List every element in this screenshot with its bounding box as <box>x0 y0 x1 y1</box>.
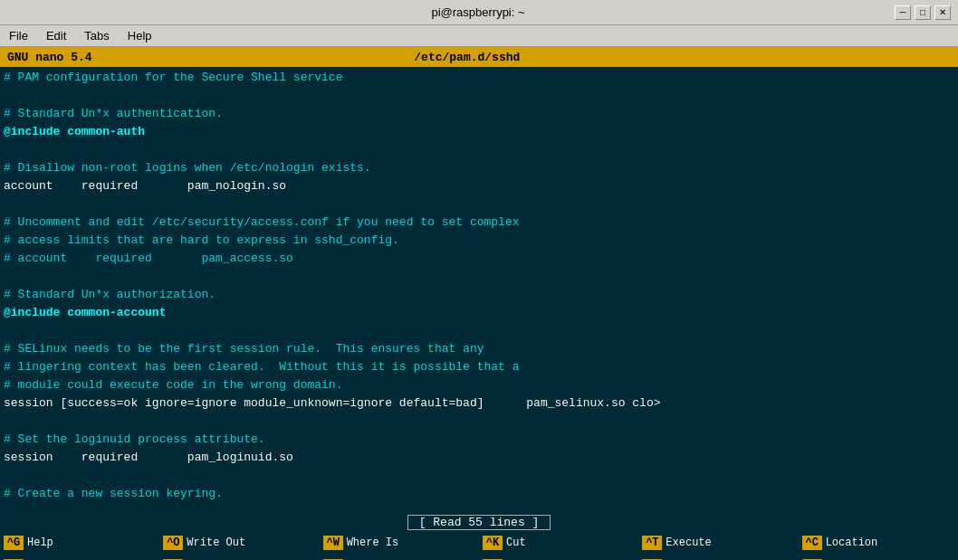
close-button[interactable]: ✕ <box>934 5 951 20</box>
line-2 <box>4 87 954 105</box>
line-10: # access limits that are hard to express… <box>4 232 954 250</box>
line-22: session required pam_loginuid.so <box>4 449 954 467</box>
menu-bar: File Edit Tabs Help <box>0 25 958 47</box>
menu-help[interactable]: Help <box>122 27 158 44</box>
line-7: account required pam_nologin.so <box>4 177 954 195</box>
shortcut-replace[interactable]: ^\ Replace <box>320 555 479 560</box>
line-20 <box>4 413 954 431</box>
shortcut-key-k: ^K <box>483 536 503 550</box>
line-15 <box>4 322 954 340</box>
line-11: # account required pam_access.so <box>4 250 954 268</box>
shortcut-label-cut: Cut <box>506 536 526 549</box>
line-16: # SELinux needs to be the first session … <box>4 340 954 358</box>
window-controls[interactable]: ─ □ ✕ <box>895 5 951 20</box>
shortcut-execute[interactable]: ^T Execute <box>638 531 798 555</box>
line-19: session [success=ok ignore=ignore module… <box>4 394 954 413</box>
window-title: pi@raspberrypi: ~ <box>62 5 895 19</box>
line-17: # lingering context has been cleared. Wi… <box>4 358 954 376</box>
line-8 <box>4 195 954 214</box>
shortcut-key-c: ^C <box>802 536 822 550</box>
shortcut-paste[interactable]: ^U Paste <box>479 555 638 560</box>
line-12 <box>4 268 954 286</box>
line-1: # PAM configuration for the Secure Shell… <box>4 69 954 87</box>
shortcut-key-o: ^O <box>163 536 183 550</box>
shortcut-location[interactable]: ^C Location <box>799 531 958 555</box>
shortcut-help[interactable]: ^G Help <box>0 531 159 555</box>
line-13: # Standard Un*x authorization. <box>4 286 954 304</box>
line-14: @include common-account <box>4 304 954 322</box>
shortcut-gotoline[interactable]: ^_ Go To Line <box>799 555 958 560</box>
nano-filename: /etc/pam.d/sshd <box>414 51 520 64</box>
shortcut-key-t: ^T <box>642 536 662 550</box>
line-3: # Standard Un*x authentication. <box>4 105 954 123</box>
nano-header: GNU nano 5.4 /etc/pam.d/sshd <box>0 47 958 67</box>
shortcut-bar: ^G Help ^O Write Out ^W Where Is ^K Cut … <box>0 531 958 560</box>
shortcut-key-g: ^G <box>4 536 24 550</box>
maximize-button[interactable]: □ <box>915 5 931 20</box>
shortcut-label-execute: Execute <box>666 536 711 549</box>
shortcut-writeout[interactable]: ^O Write Out <box>159 531 319 555</box>
line-9: # Uncomment and edit /etc/security/acces… <box>4 214 954 232</box>
shortcut-whereis[interactable]: ^W Where Is <box>320 531 479 555</box>
title-bar: pi@raspberrypi: ~ ─ □ ✕ <box>0 0 958 25</box>
minimize-button[interactable]: ─ <box>895 5 911 20</box>
menu-tabs[interactable]: Tabs <box>79 27 114 44</box>
line-23 <box>4 467 954 485</box>
line-24: # Create a new session keyring. <box>4 485 954 503</box>
line-4: @include common-auth <box>4 123 954 141</box>
shortcut-label-location: Location <box>826 536 878 549</box>
shortcut-cut[interactable]: ^K Cut <box>479 531 638 555</box>
line-5 <box>4 141 954 159</box>
menu-edit[interactable]: Edit <box>41 27 72 44</box>
shortcut-label-help: Help <box>27 536 53 549</box>
menu-file[interactable]: File <box>4 27 34 44</box>
shortcut-label-whereis: Where Is <box>347 536 399 549</box>
line-18: # module could execute code in the wrong… <box>4 376 954 394</box>
shortcut-key-w: ^W <box>323 536 343 550</box>
shortcut-label-writeout: Write Out <box>187 536 245 549</box>
status-bar: [ Read 55 lines ] <box>0 513 958 531</box>
nano-version: GNU nano 5.4 <box>7 51 92 64</box>
line-6: # Disallow non-root logins when /etc/nol… <box>4 159 954 177</box>
shortcut-justify[interactable]: ^J Justify <box>638 555 798 560</box>
shortcut-exit[interactable]: ^X Exit <box>0 555 159 560</box>
status-message: [ Read 55 lines ] <box>407 515 551 530</box>
line-21: # Set the loginuid process attribute. <box>4 431 954 449</box>
shortcut-readfile[interactable]: ^R Read File <box>159 555 319 560</box>
editor-area[interactable]: # PAM configuration for the Secure Shell… <box>0 67 958 513</box>
